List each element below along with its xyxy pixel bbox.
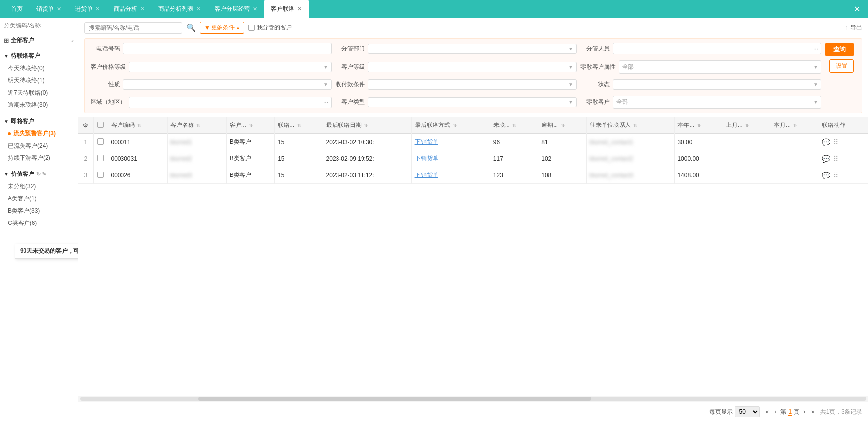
overdue-label: 逾期未联络(30) [8, 101, 48, 108]
sidebar-item-ungroup[interactable]: 未分组(32) [0, 180, 78, 193]
payment-select[interactable]: ▼ [368, 79, 577, 90]
all-customers-header[interactable]: ⊞ 全部客户 « [0, 33, 78, 48]
prev-page-button[interactable]: ‹ [772, 407, 778, 416]
row-last-contact-way-0[interactable]: 下销货单 [411, 134, 490, 150]
th-contact[interactable]: 联络... ⇅ [275, 117, 323, 134]
th-unit-contact[interactable]: 往来单位联系人 ⇅ [586, 117, 675, 134]
tab-purchase[interactable]: 进货单 ✕ [68, 0, 107, 18]
th-cust-level[interactable]: 客户... ⇅ [226, 117, 274, 134]
sidebar-search-input[interactable] [4, 22, 77, 29]
zero-attr-select[interactable]: 全部 ▼ [619, 60, 821, 74]
sidebar-group-value-header[interactable]: ▼ 价值客户 ↻ ✎ [0, 168, 78, 180]
th-name-label: 客户名称 [170, 122, 194, 128]
phone-input[interactable] [123, 43, 332, 54]
sidebar-item-today[interactable]: 今天待联络(0) [0, 62, 78, 74]
assignee-select[interactable]: ··· [613, 43, 821, 54]
th-this-month[interactable]: 本月... ⇅ [771, 117, 819, 134]
dept-arrow-icon: ▼ [568, 46, 573, 51]
action-more-icon-1[interactable]: ⠿ [833, 155, 838, 163]
sidebar-item-already-lost[interactable]: 已流失客户(24) [0, 140, 78, 152]
th-code-label: 客户编码 [111, 122, 135, 128]
th-last-month[interactable]: 上月... ⇅ [723, 117, 771, 134]
more-conditions-button[interactable]: ▼ 更多条件 ▲ [200, 22, 244, 34]
header-checkbox[interactable] [97, 122, 104, 128]
sidebar-item-class-c[interactable]: C类客户(6) [0, 217, 78, 229]
action-chat-icon-2[interactable]: 💬 [822, 172, 830, 179]
query-button[interactable]: 查询 [825, 43, 854, 56]
sidebar-item-class-b[interactable]: B类客户(33) [0, 205, 78, 217]
sidebar-item-holding[interactable]: 持续下滑客户(2) [0, 152, 78, 164]
row-checkbox-1[interactable] [93, 150, 108, 167]
analysis-tab-close[interactable]: ✕ [140, 6, 145, 12]
purchase-tab-label: 进货单 [75, 5, 93, 13]
zero-cust-select[interactable]: 全部 ▼ [613, 96, 821, 109]
th-last-contact-way[interactable]: 最后联络方式 ⇅ [411, 117, 490, 134]
value-refresh-icon[interactable]: ↻ [36, 171, 41, 177]
sidebar-item-overdue[interactable]: 逾期未联络(30) [0, 99, 78, 111]
customer-contact-tab-close[interactable]: ✕ [297, 6, 302, 12]
tab-sales[interactable]: 销货单 ✕ [29, 0, 68, 18]
th-code[interactable]: 客户编码 ⇅ [108, 117, 167, 134]
th-settings[interactable]: ⚙ [78, 117, 93, 134]
action-more-icon-0[interactable]: ⠿ [833, 138, 838, 146]
nature-select[interactable]: ▼ [123, 79, 332, 90]
export-button[interactable]: ↑ 导出 [845, 24, 862, 32]
action-more-icon-2[interactable]: ⠿ [833, 172, 838, 179]
row-checkbox-0[interactable] [93, 134, 108, 150]
th-last-contact-date[interactable]: 最后联络日期 ⇅ [323, 117, 411, 134]
dept-select[interactable]: ▼ [368, 44, 577, 54]
sidebar-item-class-a[interactable]: A类客户(1) [0, 193, 78, 205]
next-page-button[interactable]: › [801, 407, 807, 416]
search-input[interactable] [84, 22, 182, 34]
assignee-dots[interactable]: ··· [813, 45, 818, 52]
settings-button[interactable]: 设置 [829, 59, 854, 73]
tab-analysis[interactable]: 商品分析 ✕ [107, 0, 151, 18]
th-overdue[interactable]: 逾期... ⇅ [538, 117, 586, 134]
top-nav: 首页 销货单 ✕ 进货单 ✕ 商品分析 ✕ 商品分析列表 ✕ 客户分层经营 ✕ … [0, 0, 868, 18]
row-last-contact-way-1[interactable]: 下销货单 [411, 150, 490, 167]
sidebar-item-tomorrow[interactable]: 明天待联络(1) [0, 74, 78, 87]
my-customers-checkbox[interactable] [248, 25, 255, 31]
sidebar-group-pending-header[interactable]: ▼ 待联络客户 [0, 50, 78, 62]
cust-tier-select[interactable]: ▼ [368, 62, 577, 72]
status-select[interactable]: ▼ [613, 79, 821, 90]
th-this-year[interactable]: 本年... ⇅ [675, 117, 723, 134]
th-no-contact[interactable]: 未联... ⇅ [490, 117, 538, 134]
global-close-button[interactable]: ✕ [850, 4, 864, 14]
grid-icon: ⊞ [4, 37, 9, 44]
purchase-tab-close[interactable]: ✕ [96, 6, 100, 12]
price-tier-select[interactable]: ▼ [129, 62, 332, 72]
tab-customer-contact[interactable]: 客户联络 ✕ [264, 0, 309, 18]
customer-tier-tab-close[interactable]: ✕ [253, 6, 257, 12]
first-page-button[interactable]: « [764, 407, 771, 416]
tab-analysis-list[interactable]: 商品分析列表 ✕ [151, 0, 208, 18]
collapse-arrows-icon[interactable]: « [71, 38, 74, 44]
horizontal-scrollbar[interactable] [78, 396, 868, 402]
cust-type-select[interactable]: ▼ [368, 97, 577, 107]
tab-home[interactable]: 首页 [4, 0, 29, 18]
row-last-contact-way-2[interactable]: 下销货单 [411, 167, 490, 184]
filter-field-nature: 性质 ▼ [91, 79, 332, 90]
search-button[interactable]: 🔍 [186, 23, 196, 32]
last-page-button[interactable]: » [809, 407, 817, 416]
code-sort-icon: ⇅ [137, 123, 141, 128]
filter-field-zero-cust: 零散客户 全部 ▼ [580, 96, 821, 109]
sidebar-group-lost-header[interactable]: ▼ 即将客户 [0, 115, 78, 127]
scrollbar-thumb[interactable] [198, 397, 591, 401]
value-edit-icon[interactable]: ✎ [42, 171, 46, 177]
action-chat-icon-0[interactable]: 💬 [822, 138, 830, 146]
analysis-list-tab-close[interactable]: ✕ [196, 6, 201, 12]
th-name[interactable]: 客户名称 ⇅ [167, 117, 226, 134]
sales-tab-close[interactable]: ✕ [57, 6, 61, 12]
tab-customer-tier[interactable]: 客户分层经营 ✕ [208, 0, 264, 18]
sidebar-item-churn-risk[interactable]: 流失预警客户(3) 90天未交易的客户，可能有流失风险。 [0, 127, 78, 140]
row-checkbox-2[interactable] [93, 167, 108, 184]
sidebar-item-week[interactable]: 近7天待联络(0) [0, 87, 78, 99]
region-dots[interactable]: ··· [323, 99, 328, 106]
per-page-select[interactable]: 50 100 200 [735, 406, 760, 417]
my-customers-toggle[interactable]: 我分管的客户 [248, 24, 292, 32]
region-select[interactable]: ··· [129, 97, 332, 108]
action-chat-icon-1[interactable]: 💬 [822, 155, 830, 163]
row-overdue-0: 81 [538, 134, 586, 150]
unit-contact-sort-icon: ⇅ [633, 123, 637, 128]
